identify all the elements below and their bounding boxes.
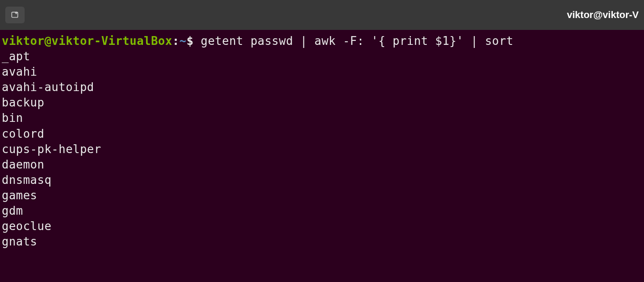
output-line: backup (2, 95, 642, 110)
output-line: gnats (2, 234, 642, 249)
output-line: avahi (2, 64, 642, 80)
terminal-body[interactable]: viktor@viktor-VirtualBox:~$ getent passw… (0, 30, 644, 253)
output-line: bin (2, 110, 642, 126)
prompt-symbol: $ (187, 34, 194, 48)
prompt-line: viktor@viktor-VirtualBox:~$ getent passw… (2, 33, 642, 49)
output-line: gdm (2, 203, 642, 219)
output-line: geoclue (2, 219, 642, 234)
prompt-separator: : (172, 34, 179, 48)
output-line: cups-pk-helper (2, 142, 642, 157)
output-container: _aptavahiavahi-autoipdbackupbincolordcup… (2, 49, 642, 249)
output-line: games (2, 188, 642, 203)
command-text: getent passwd | awk -F: '{ print $1}' | … (194, 34, 513, 48)
output-line: _apt (2, 49, 642, 64)
prompt-path: ~ (179, 34, 187, 48)
window-title: viktor@viktor-V (567, 9, 639, 21)
output-line: avahi-autoipd (2, 80, 642, 95)
output-line: colord (2, 126, 642, 142)
titlebar: viktor@viktor-V (0, 0, 644, 30)
prompt-user-host: viktor@viktor-VirtualBox (2, 34, 172, 48)
output-line: dnsmasq (2, 172, 642, 188)
output-line: daemon (2, 157, 642, 172)
new-tab-button[interactable] (5, 7, 25, 23)
new-tab-icon (10, 10, 20, 20)
